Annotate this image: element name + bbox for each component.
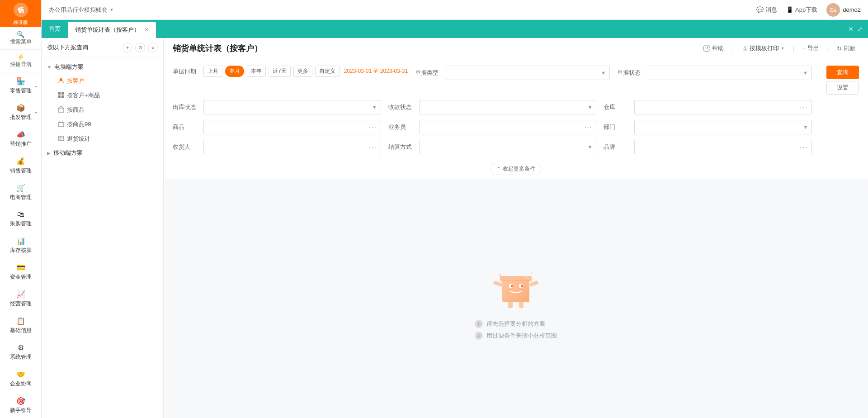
last7days-btn[interactable]: 近7天 (269, 66, 291, 77)
sidebar-item-newuser[interactable]: 🎯 新手引导 (0, 392, 42, 418)
sidebar-item-operations[interactable]: 📈 经营管理 (0, 285, 42, 312)
empty-state-icon (489, 257, 543, 311)
more-date-btn[interactable]: 更多 (293, 66, 312, 77)
add-scheme-button[interactable]: + (123, 43, 132, 52)
query-button[interactable]: 查询 (826, 66, 859, 79)
svg-rect-19 (529, 280, 539, 287)
sidebar-item-system[interactable]: ⚙ 系统管理 (0, 339, 42, 366)
out-status-arrow-icon: ▼ (372, 104, 377, 110)
user-name-label: demo2 (843, 6, 861, 13)
tab-close-icon[interactable]: ✕ (144, 27, 149, 33)
empty-illustration (489, 257, 543, 313)
collapse-panel-button[interactable]: « (148, 43, 158, 52)
svg-text:畅: 畅 (18, 6, 24, 14)
this-month-btn[interactable]: 本月 (225, 66, 244, 77)
brand-label: 品牌 (604, 143, 631, 151)
app-download-button[interactable]: 📱 App下载 (786, 6, 817, 14)
export-button[interactable]: ↑ 导出 (799, 43, 823, 54)
tab-home[interactable]: 首页 (42, 20, 68, 38)
settings-button[interactable]: 设置 (826, 81, 859, 95)
sidebar-item-basic[interactable]: 📋 基础信息 (0, 312, 42, 339)
sidebar-item-wholesale[interactable]: 📦 批发管理 (0, 99, 42, 126)
department-select[interactable]: ▼ (634, 120, 812, 134)
tip-num-2: ② (475, 332, 483, 340)
refresh-button[interactable]: ↻ 刷新 (833, 43, 859, 54)
ecommerce-icon: 🛒 (16, 184, 25, 192)
payment-status-arrow-icon: ▼ (587, 104, 592, 110)
industry-selector[interactable]: 办公用品行业模拟账套 ▼ (49, 6, 114, 14)
help-button[interactable]: ? 帮助 (699, 43, 727, 54)
receiver-select[interactable]: ··· (203, 140, 381, 154)
scheme-item-by-customer[interactable]: 按客户 (42, 74, 163, 88)
message-icon: 💬 (756, 6, 764, 13)
settlement-select[interactable]: ▼ (419, 140, 597, 154)
svg-rect-18 (493, 280, 503, 287)
enterprise-icon: 🤝 (16, 370, 25, 379)
svg-rect-6 (61, 95, 64, 98)
app-logo: 畅 标准版 (0, 0, 42, 27)
divider3: | (827, 45, 829, 52)
mobile-group-header[interactable]: ▶ 移动端方案 (42, 146, 163, 160)
scheme-item-by-goods[interactable]: 按商品 (42, 103, 163, 117)
department-arrow-icon: ▼ (803, 124, 808, 130)
this-year-btn[interactable]: 本年 (247, 66, 266, 77)
sidebar-item-retail[interactable]: 🏪 零售管理 (0, 72, 42, 99)
collapse-more-button[interactable]: ⌃ 收起更多条件 (491, 163, 541, 175)
sidebar-item-inventory[interactable]: 📊 库存核算 (0, 232, 42, 259)
svg-rect-9 (58, 136, 64, 141)
close-window-icon[interactable]: ✕ (848, 25, 854, 33)
svg-rect-12 (502, 280, 529, 302)
sidebar-item-purchase[interactable]: 🛍 采购管理 (0, 206, 42, 232)
doc-status-select[interactable]: ▼ (648, 66, 812, 80)
system-icon: ⚙ (18, 343, 24, 352)
sidebar-item-sales[interactable]: 💰 销售管理 (0, 152, 42, 179)
out-status-select[interactable]: ▼ (203, 100, 381, 114)
warehouse-label: 仓库 (604, 103, 631, 111)
download-icon: 📱 (786, 6, 793, 13)
sidebar-item-ecommerce[interactable]: 🛒 电商管理 (0, 179, 42, 206)
svg-rect-16 (511, 285, 513, 287)
maximize-window-icon[interactable]: ⤢ (857, 25, 863, 33)
brand-select[interactable]: ··· (634, 140, 812, 154)
empty-tip-2: ② 用过滤条件来缩小分析范围 (475, 332, 557, 340)
scheme-item-return-stat[interactable]: 退货统计 (42, 132, 163, 146)
message-button[interactable]: 💬 消息 (756, 6, 777, 14)
goods-select[interactable]: ··· (203, 120, 381, 134)
svg-rect-17 (521, 285, 523, 287)
template-print-button[interactable]: 🖨 按模板打印 ▼ (738, 43, 788, 54)
tab-sales-stat[interactable]: 销货单统计表（按客户） ✕ (68, 22, 156, 38)
action-buttons: 查询 设置 (819, 66, 859, 95)
content-area: 按以下方案查询 + ⊙ « ▼ 电脑端方案 (42, 38, 868, 418)
scheme-panel-actions: + ⊙ « (123, 43, 158, 52)
customer-goods-icon (58, 92, 64, 100)
warehouse-select[interactable]: ··· (634, 100, 812, 114)
sidebar-item-marketing[interactable]: 📣 营销推广 (0, 126, 42, 152)
date-filter-group: 上月 本月 本年 近7天 更多 自定义 2023-03-01 至 2023-03… (203, 66, 408, 77)
custom-date-btn[interactable]: 自定义 (315, 66, 340, 77)
search-menu-button[interactable]: 🔍 搜索菜单 (0, 27, 42, 50)
salesperson-select[interactable]: ··· (419, 120, 597, 134)
edit-scheme-button[interactable]: ⊙ (135, 43, 145, 52)
collapse-bar: ⌃ 收起更多条件 (173, 159, 859, 179)
quick-nav-button[interactable]: ⚡ 快捷导航 (0, 50, 42, 72)
salesperson-label: 业务员 (388, 123, 415, 131)
print-dropdown-icon: ▼ (781, 46, 785, 51)
retail-icon: 🏪 (16, 77, 25, 86)
date-range-display: 2023-03-01 至 2023-03-31 (344, 67, 408, 75)
refresh-icon: ↻ (837, 45, 842, 52)
payment-status-select[interactable]: ▼ (419, 100, 597, 114)
user-profile[interactable]: Ea demo2 (826, 3, 861, 17)
basic-icon: 📋 (16, 317, 25, 325)
main-area: 办公用品行业模拟账套 ▼ 💬 消息 📱 App下载 Ea demo2 首页 (42, 0, 868, 418)
scheme-item-by-goods99[interactable]: 按商品99 (42, 117, 163, 132)
date-filter-label: 单据日期 (173, 67, 200, 76)
doc-type-select[interactable]: ▼ (446, 66, 610, 80)
scheme-item-customer-goods[interactable]: 按客户+商品 (42, 88, 163, 103)
last-month-btn[interactable]: 上月 (203, 66, 222, 77)
sidebar-item-enterprise[interactable]: 🤝 企业协同 (0, 366, 42, 392)
settlement-arrow-icon: ▼ (587, 144, 592, 150)
department-label: 部门 (604, 123, 631, 131)
goods99-icon (58, 121, 64, 128)
pc-group-header[interactable]: ▼ 电脑端方案 (42, 60, 163, 74)
sidebar-item-finance[interactable]: 💳 资金管理 (0, 259, 42, 285)
